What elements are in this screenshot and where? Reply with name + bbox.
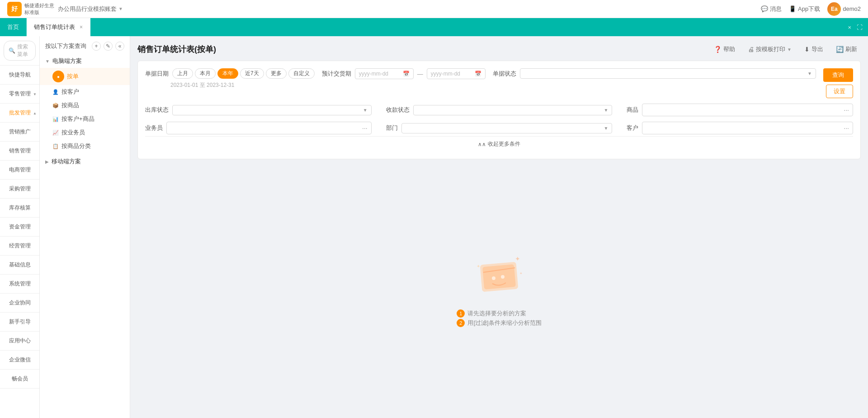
print-arrow-icon: ▼ — [787, 47, 792, 52]
sidebar-item-member[interactable]: 畅会员 — [0, 370, 39, 389]
main-layout: 🔍 搜索菜单 快捷导航 零售管理 批发管理 营销推广 销售管理 电商管理 采购管… — [0, 36, 868, 418]
scheme-by-order[interactable]: ● 按单 — [40, 68, 130, 85]
date-btn-this-month[interactable]: 本月 — [195, 68, 216, 79]
customer-input[interactable]: ··· — [642, 122, 853, 134]
sidebar-item-operations[interactable]: 经营管理 — [0, 237, 39, 256]
product-input[interactable]: ··· — [642, 104, 853, 116]
payment-status-select[interactable]: ▼ — [413, 105, 613, 115]
sidebar: 🔍 搜索菜单 快捷导航 零售管理 批发管理 营销推广 销售管理 电商管理 采购管… — [0, 36, 40, 418]
chevron-down-icon: ▼ — [45, 59, 50, 64]
collapse-icon: ∧∧ — [478, 141, 486, 147]
predicted-date-label: 预计交货期 — [322, 70, 351, 78]
tab-close-icon[interactable]: × — [80, 24, 83, 30]
date-btn-7days[interactable]: 近7天 — [240, 68, 264, 79]
right-panel: 销售订单统计表(按单) ❓ 帮助 🖨 按模板打印 ▼ ⬇ 导出 — [130, 36, 868, 418]
salesperson-input[interactable]: ··· — [166, 122, 372, 134]
window-close-icon[interactable]: × — [848, 24, 851, 31]
query-button[interactable]: 查询 — [823, 68, 853, 82]
customer-label: 客户 — [627, 124, 638, 132]
add-scheme-button[interactable]: + — [92, 42, 101, 51]
dept-select-arrow-icon: ▼ — [604, 126, 608, 131]
status-filter-section: 单据状态 ▼ — [493, 68, 816, 79]
collapse-panel-button[interactable]: « — [115, 42, 124, 51]
sidebar-item-basic-info[interactable]: 基础信息 — [0, 256, 39, 275]
predicted-date-end-input[interactable]: yyyy-mm-dd 📅 — [427, 68, 486, 79]
sidebar-item-finance[interactable]: 资金管理 — [0, 218, 39, 237]
date-btn-more[interactable]: 更多 — [266, 68, 287, 79]
refresh-button[interactable]: 🔄 刷新 — [832, 43, 861, 55]
svg-text:✦: ✦ — [519, 271, 523, 276]
scheme-by-customer[interactable]: 👤 按客户 — [40, 85, 130, 99]
svg-point-3 — [492, 276, 495, 280]
nav-tabs: 首页 销售订单统计表 × × ⛶ — [0, 18, 868, 36]
tree-pc-schemes[interactable]: ▼ 电脑端方案 — [40, 54, 130, 68]
salesperson-label: 业务员 — [145, 124, 163, 132]
sidebar-item-marketing[interactable]: 营销推广 — [0, 123, 39, 142]
date-range-display: 2023-01-01 至 2023-12-31 — [170, 81, 315, 89]
breadcrumb-text: 办公用品行业模拟账套 — [58, 5, 117, 13]
top-bar-right: 💬 消息 📱 App下载 Ea demo2 — [761, 2, 861, 16]
tab-spacer — [90, 18, 842, 36]
page-header: 销售订单统计表(按单) ❓ 帮助 🖨 按模板打印 ▼ ⬇ 导出 — [137, 43, 861, 55]
query-btn-area: 查询 设置 — [823, 68, 853, 98]
dept-select[interactable]: ▼ — [401, 123, 613, 133]
sidebar-item-inventory[interactable]: 库存核算 — [0, 199, 39, 218]
help-button[interactable]: ❓ 帮助 — [710, 43, 739, 55]
sidebar-item-purchase[interactable]: 采购管理 — [0, 180, 39, 199]
svg-point-4 — [501, 275, 505, 279]
empty-svg: ✦ ✦ ✦ — [467, 247, 531, 297]
template-print-button[interactable]: 🖨 按模板打印 ▼ — [744, 43, 795, 55]
date-btn-last-month[interactable]: 上月 — [172, 68, 193, 79]
edit-scheme-button[interactable]: ✎ — [104, 42, 113, 51]
content-area: 按以下方案查询 + ✎ « ▼ 电脑端方案 ● 按单 👤 按客 — [40, 36, 868, 418]
filter-row-3: 业务员 ··· 部门 ▼ 客户 — [145, 122, 853, 134]
sidebar-item-app-center[interactable]: 应用中心 — [0, 332, 39, 351]
message-button[interactable]: 💬 消息 — [761, 5, 782, 13]
delivery-status-select[interactable]: ▼ — [172, 105, 372, 115]
scheme-by-customer-product[interactable]: 📊 按客户+商品 — [40, 112, 130, 126]
scheme-by-product[interactable]: 📦 按商品 — [40, 99, 130, 112]
tab-home[interactable]: 首页 — [0, 18, 27, 36]
scheme-by-product-category[interactable]: 📋 按商品分类 — [40, 139, 130, 153]
sidebar-item-quick-nav[interactable]: 快捷导航 — [0, 66, 39, 85]
date-btn-custom[interactable]: 自定义 — [288, 68, 315, 79]
sidebar-item-ecommerce[interactable]: 电商管理 — [0, 161, 39, 180]
tree-mobile-schemes[interactable]: ▶ 移动端方案 — [40, 155, 130, 168]
left-panel-title: 按以下方案查询 — [45, 42, 86, 50]
active-scheme-dot: ● — [52, 71, 64, 82]
sidebar-item-newbie[interactable]: 新手引导 — [0, 313, 39, 332]
date-btn-this-year[interactable]: 本年 — [217, 68, 238, 79]
sidebar-item-sales[interactable]: 销售管理 — [0, 142, 39, 161]
sidebar-item-enterprise-collab[interactable]: 企业协同 — [0, 294, 39, 313]
sidebar-item-enterprise-wechat[interactable]: 企业微信 — [0, 351, 39, 370]
message-icon: 💬 — [761, 5, 768, 12]
customer-section: 客户 ··· — [627, 122, 853, 134]
empty-hints: 1 请先选择要分析的方案 2 用[过滤]条件来缩小分析范围 — [457, 308, 541, 328]
app-download-button[interactable]: 📱 App下载 — [789, 5, 820, 13]
window-expand-icon[interactable]: ⛶ — [857, 24, 863, 31]
left-panel-actions: + ✎ « — [92, 42, 124, 51]
settings-button[interactable]: 设置 — [826, 85, 853, 98]
status-select[interactable]: ▼ — [520, 68, 816, 79]
window-actions: × ⛶ — [842, 18, 868, 36]
empty-state: ✦ ✦ ✦ 1 请先选择要分析的方案 2 用[过滤]条件来缩小分析范围 — [137, 165, 861, 411]
left-panel: 按以下方案查询 + ✎ « ▼ 电脑端方案 ● 按单 👤 按客 — [40, 36, 130, 418]
product-dots-icon: ··· — [844, 106, 849, 114]
refresh-icon: 🔄 — [836, 46, 844, 53]
search-menu-input[interactable]: 🔍 搜索菜单 — [4, 41, 36, 61]
avatar: Ea — [827, 2, 841, 16]
tab-sales-order-stats[interactable]: 销售订单统计表 × — [27, 18, 90, 36]
logo-text: 畅捷通好生意 标准版 — [24, 2, 54, 15]
predicted-date-start-input[interactable]: yyyy-mm-dd 📅 — [355, 68, 414, 79]
payment-status-section: 收款状态 ▼ — [386, 105, 613, 115]
scheme-by-salesperson[interactable]: 📈 按业务员 — [40, 126, 130, 139]
app-icon: 📱 — [789, 5, 796, 12]
user-menu[interactable]: Ea demo2 — [827, 2, 861, 16]
sidebar-item-retail[interactable]: 零售管理 — [0, 85, 39, 104]
sidebar-item-system[interactable]: 系统管理 — [0, 275, 39, 294]
sidebar-item-wholesale[interactable]: 批发管理 — [0, 104, 39, 123]
export-button[interactable]: ⬇ 导出 — [801, 43, 827, 55]
search-menu-label: 搜索菜单 — [17, 43, 31, 58]
collapse-bar[interactable]: ∧∧ 收起更多条件 — [145, 136, 853, 152]
breadcrumb[interactable]: 办公用品行业模拟账套 ▼ — [58, 5, 123, 13]
